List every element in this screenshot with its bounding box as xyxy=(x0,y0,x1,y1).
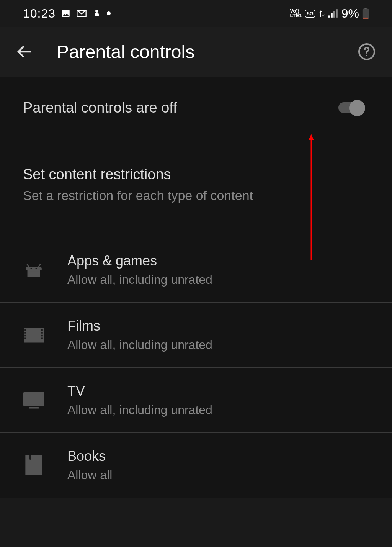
svg-rect-5 xyxy=(364,8,366,9)
item-subtitle: Allow all, including unrated xyxy=(67,273,212,287)
svg-rect-15 xyxy=(24,334,26,336)
battery-percent: 9% xyxy=(341,7,359,21)
svg-rect-12 xyxy=(24,328,44,342)
svg-rect-13 xyxy=(24,329,26,330)
toggle-switch[interactable] xyxy=(338,100,369,116)
clock: 10:23 xyxy=(23,7,56,21)
item-title: Films xyxy=(67,318,212,334)
list-item-tv[interactable]: TV Allow all, including unrated xyxy=(0,368,392,433)
signal-icon xyxy=(328,9,338,18)
svg-rect-17 xyxy=(41,329,43,330)
svg-rect-1 xyxy=(328,15,330,17)
gallery-icon xyxy=(61,8,71,18)
list-item-apps-games[interactable]: Apps & games Allow all, including unrate… xyxy=(0,237,392,303)
list-item-films[interactable]: Films Allow all, including unrated xyxy=(0,303,392,368)
item-subtitle: Allow all xyxy=(67,468,112,482)
svg-rect-4 xyxy=(336,9,337,18)
volte-indicator: Vo))LTE1 xyxy=(290,9,302,18)
svg-point-0 xyxy=(95,10,98,13)
parental-controls-toggle-row[interactable]: Parental controls are off xyxy=(0,77,392,139)
data-arrows-icon xyxy=(318,10,325,17)
app-bar: Parental controls xyxy=(0,27,392,77)
svg-rect-20 xyxy=(41,337,43,339)
tv-icon xyxy=(23,390,44,411)
switch-thumb xyxy=(349,100,365,116)
list-item-books[interactable]: Books Allow all xyxy=(0,433,392,498)
status-bar: 10:23 Vo))LTE1 5G 9% xyxy=(0,0,392,27)
gmail-icon xyxy=(76,9,87,18)
5g-indicator: 5G xyxy=(305,10,315,18)
more-notifications-dot xyxy=(107,11,111,15)
svg-rect-19 xyxy=(41,334,43,336)
page-title: Parental controls xyxy=(57,41,194,62)
item-title: TV xyxy=(67,383,212,399)
app-notification-icon xyxy=(92,8,101,18)
back-button[interactable] xyxy=(15,43,34,61)
section-title: Set content restrictions xyxy=(23,166,369,183)
svg-rect-3 xyxy=(333,11,335,18)
item-title: Books xyxy=(67,448,112,464)
android-icon xyxy=(23,259,44,281)
battery-icon xyxy=(362,8,369,19)
svg-point-9 xyxy=(366,55,368,56)
svg-point-11 xyxy=(36,267,37,269)
film-icon xyxy=(23,324,44,346)
section-subtitle: Set a restriction for each type of conte… xyxy=(23,188,369,203)
svg-rect-21 xyxy=(24,393,44,405)
restrictions-list: Apps & games Allow all, including unrate… xyxy=(0,237,392,498)
item-title: Apps & games xyxy=(67,253,212,269)
book-icon xyxy=(23,455,44,476)
toggle-label: Parental controls are off xyxy=(23,100,177,116)
svg-rect-18 xyxy=(41,332,43,333)
svg-point-10 xyxy=(31,267,32,269)
svg-rect-14 xyxy=(24,332,26,333)
svg-rect-7 xyxy=(363,18,368,19)
svg-rect-23 xyxy=(25,455,42,475)
item-subtitle: Allow all, including unrated xyxy=(67,403,212,417)
svg-rect-16 xyxy=(24,337,26,339)
item-subtitle: Allow all, including unrated xyxy=(67,338,212,352)
section-header: Set content restrictions Set a restricti… xyxy=(0,139,392,215)
svg-rect-2 xyxy=(331,13,332,18)
help-button[interactable] xyxy=(357,42,377,62)
